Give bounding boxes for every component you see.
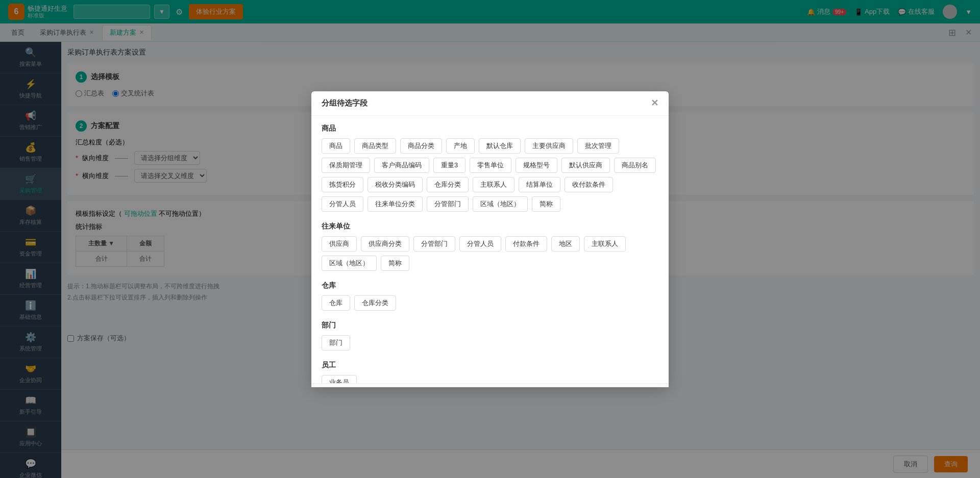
field-tag[interactable]: 批次管理 xyxy=(577,138,619,154)
field-tag[interactable]: 简称 xyxy=(381,256,409,271)
field-tag[interactable]: 仓库分类 xyxy=(354,295,396,311)
field-tag[interactable]: 主联系人 xyxy=(473,177,514,192)
field-group-往来单位: 往来单位供应商供应商分类分管部门分管人员付款条件地区主联系人区域（地区）简称 xyxy=(322,222,658,271)
field-tag[interactable]: 供应商 xyxy=(322,236,357,251)
field-group-仓库: 仓库仓库仓库分类 xyxy=(322,281,658,311)
field-tag[interactable]: 仓库分类 xyxy=(427,177,469,192)
field-group-商品: 商品商品商品类型商品分类产地默认仓库主要供应商批次管理保质期管理客户商品编码重量… xyxy=(322,124,658,212)
field-tags: 业务员 xyxy=(322,375,658,383)
field-group-title: 商品 xyxy=(322,124,658,133)
field-group-title: 仓库 xyxy=(322,281,658,290)
field-group-title: 员工 xyxy=(322,361,658,370)
field-tag[interactable]: 客户商品编码 xyxy=(374,158,429,173)
field-tag[interactable]: 区域（地区） xyxy=(473,196,528,212)
field-tags: 商品商品类型商品分类产地默认仓库主要供应商批次管理保质期管理客户商品编码重量3零… xyxy=(322,138,658,212)
modal-hscroll[interactable] xyxy=(311,383,669,387)
modal-dialog: 分组待选字段 ✕ 商品商品商品类型商品分类产地默认仓库主要供应商批次管理保质期管… xyxy=(311,91,669,387)
field-tag[interactable]: 区域（地区） xyxy=(322,256,377,271)
modal-close-button[interactable]: ✕ xyxy=(651,98,658,108)
field-tag[interactable]: 重量3 xyxy=(433,158,465,173)
field-tag[interactable]: 供应商分类 xyxy=(361,236,409,251)
field-tag[interactable]: 付款条件 xyxy=(505,236,547,251)
field-tag[interactable]: 结算单位 xyxy=(519,177,560,192)
field-tag[interactable]: 仓库 xyxy=(322,295,350,311)
field-tag[interactable]: 主要供应商 xyxy=(525,138,573,154)
field-tag[interactable]: 分管人员 xyxy=(322,196,363,212)
field-tag[interactable]: 业务员 xyxy=(322,375,357,383)
field-group-title: 往来单位 xyxy=(322,222,658,231)
field-tag[interactable]: 规格型号 xyxy=(516,158,557,173)
field-tag[interactable]: 拣货积分 xyxy=(322,177,363,192)
field-tag[interactable]: 保质期管理 xyxy=(322,158,370,173)
field-tags: 供应商供应商分类分管部门分管人员付款条件地区主联系人区域（地区）简称 xyxy=(322,236,658,271)
modal-header: 分组待选字段 ✕ xyxy=(311,91,669,116)
field-tag[interactable]: 简称 xyxy=(532,196,560,212)
field-tag[interactable]: 产地 xyxy=(446,138,475,154)
field-tag[interactable]: 部门 xyxy=(322,335,350,350)
modal-overlay[interactable]: 分组待选字段 ✕ 商品商品商品类型商品分类产地默认仓库主要供应商批次管理保质期管… xyxy=(0,0,980,478)
field-tags: 仓库仓库分类 xyxy=(322,295,658,311)
field-tag[interactable]: 商品别名 xyxy=(614,158,656,173)
field-tag[interactable]: 分管部门 xyxy=(427,196,469,212)
field-tag[interactable]: 主联系人 xyxy=(584,236,626,251)
field-group-部门: 部门部门 xyxy=(322,321,658,350)
field-tag[interactable]: 收付款条件 xyxy=(565,177,613,192)
field-tag[interactable]: 分管部门 xyxy=(413,236,455,251)
field-tag[interactable]: 分管人员 xyxy=(459,236,501,251)
field-tag[interactable]: 默认供应商 xyxy=(561,158,610,173)
field-tag[interactable]: 零售单位 xyxy=(470,158,511,173)
field-tag[interactable]: 地区 xyxy=(551,236,580,251)
field-tag[interactable]: 往来单位分类 xyxy=(368,196,423,212)
field-tag[interactable]: 商品类型 xyxy=(354,138,396,154)
field-tag[interactable]: 商品 xyxy=(322,138,350,154)
field-tags: 部门 xyxy=(322,335,658,350)
modal-title: 分组待选字段 xyxy=(322,98,368,108)
field-tag[interactable]: 默认仓库 xyxy=(479,138,521,154)
field-tag[interactable]: 税收分类编码 xyxy=(368,177,423,192)
field-group-员工: 员工业务员 xyxy=(322,361,658,383)
modal-body: 商品商品商品类型商品分类产地默认仓库主要供应商批次管理保质期管理客户商品编码重量… xyxy=(311,116,669,383)
field-group-title: 部门 xyxy=(322,321,658,330)
field-tag[interactable]: 商品分类 xyxy=(400,138,442,154)
